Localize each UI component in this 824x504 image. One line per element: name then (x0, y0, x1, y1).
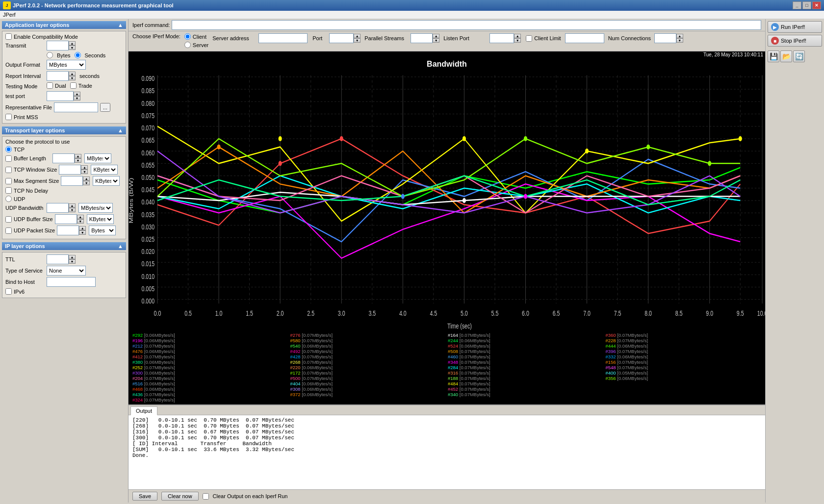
testport-up[interactable]: ▲ (74, 92, 80, 96)
server-mode-radio[interactable] (184, 42, 191, 48)
udp-buffer-input[interactable]: 41 (55, 214, 77, 224)
port-down[interactable]: ▼ (354, 38, 360, 43)
max-seg-checkbox[interactable] (5, 178, 12, 184)
save-button[interactable]: Save (132, 492, 157, 501)
udp-buffer-checkbox[interactable] (5, 216, 12, 223)
minimize-btn[interactable]: _ (793, 1, 801, 9)
ttl-down[interactable]: ▼ (69, 259, 76, 264)
udpbuf-down[interactable]: ▼ (77, 219, 84, 224)
buflen-down[interactable]: ▼ (75, 158, 81, 163)
menu-jperf[interactable]: JPerf (3, 12, 16, 18)
testport-down[interactable]: ▼ (74, 96, 80, 101)
udp-packet-checkbox[interactable] (5, 227, 12, 234)
ttl-up[interactable]: ▲ (69, 255, 76, 259)
svg-text:6.0: 6.0 (522, 309, 529, 317)
svg-point-86 (340, 136, 343, 141)
buffer-len-unit[interactable]: MBytes (84, 153, 111, 163)
trade-checkbox[interactable] (70, 82, 77, 89)
rep-file-browse[interactable]: ... (100, 103, 110, 112)
output-area: Output [220] 0.0-10.1 sec 0.70 MBytes 0.… (129, 404, 765, 503)
numconn-down[interactable]: ▼ (676, 38, 683, 43)
run-iperf-button[interactable]: ▶ Run IPerf! (768, 21, 822, 33)
parallel-streams-input[interactable]: 50 (411, 33, 433, 43)
maxseg-up[interactable]: ▲ (83, 176, 90, 181)
client-limit-checkbox[interactable] (526, 35, 532, 42)
ipv6-checkbox[interactable] (5, 288, 12, 295)
max-seg-input[interactable]: 1 (61, 176, 83, 186)
udp-radio[interactable] (5, 196, 12, 202)
client-limit-input[interactable] (565, 33, 604, 43)
enable-compat-checkbox[interactable] (5, 33, 12, 40)
num-conn-input[interactable]: 0 (654, 33, 676, 43)
clear-on-run-checkbox[interactable] (203, 493, 209, 500)
seconds-radio[interactable] (75, 52, 81, 58)
tcpwin-up[interactable]: ▲ (81, 165, 88, 170)
print-mss-checkbox[interactable] (5, 114, 12, 120)
udp-bandwidth-input[interactable]: 1 (47, 203, 69, 213)
report-interval-input[interactable]: 1 (47, 71, 69, 81)
udp-packet-input[interactable]: 1,500 (57, 226, 79, 235)
bind-host-input[interactable] (47, 277, 96, 287)
udppkt-up[interactable]: ▲ (79, 226, 86, 230)
udpbuf-up[interactable]: ▲ (77, 215, 84, 219)
transmit-up[interactable]: ▲ (69, 41, 76, 46)
clear-now-button[interactable]: Clear now (161, 492, 199, 501)
legend-item: #436 [0.07MBytes/s] (132, 392, 288, 397)
tos-select[interactable]: None (47, 266, 86, 276)
tos-label: Type of Service (5, 268, 45, 274)
test-port-input[interactable]: 5,001 (47, 91, 74, 101)
report-down[interactable]: ▼ (69, 76, 76, 80)
maximize-btn[interactable]: □ (802, 1, 811, 9)
max-seg-unit[interactable]: KBytes (93, 176, 120, 186)
transport-layer-header[interactable]: Transport layer options ▲ (2, 126, 126, 134)
output-format-select[interactable]: MBytes (47, 60, 86, 70)
maxseg-down[interactable]: ▼ (83, 181, 90, 185)
svg-point-93 (646, 145, 650, 150)
save-icon-btn[interactable]: 💾 (768, 50, 779, 62)
tcp-nodelay-checkbox[interactable] (5, 187, 12, 194)
port-up[interactable]: ▲ (354, 34, 360, 38)
port-input[interactable]: 5,001 (329, 33, 354, 43)
udp-buffer-unit[interactable]: KBytes (87, 214, 114, 224)
buffer-len-checkbox[interactable] (5, 155, 12, 162)
tcp-window-checkbox[interactable] (5, 167, 12, 173)
transmit-down[interactable]: ▼ (69, 46, 76, 50)
transmit-input[interactable]: 10 (47, 41, 69, 50)
numconn-up[interactable]: ▲ (676, 34, 683, 38)
close-btn[interactable]: ✕ (812, 1, 821, 9)
udpbw-down[interactable]: ▼ (69, 208, 76, 212)
udppkt-down[interactable]: ▼ (79, 230, 86, 235)
tcpwin-down[interactable]: ▼ (81, 170, 88, 174)
listenport-up[interactable]: ▲ (514, 34, 521, 38)
iperf-cmd-input[interactable]: bin/iperf.exe -c 10.10.2.2 -P 50 -i 1 -p… (172, 20, 761, 30)
tcp-radio[interactable] (5, 146, 12, 152)
ip-layer-header[interactable]: IP layer options ▲ (2, 242, 126, 250)
ttl-input[interactable]: 1 (47, 254, 69, 264)
server-addr-input[interactable]: 10.10.2.2 (258, 33, 308, 43)
tcp-window-unit[interactable]: KBytes (91, 165, 118, 175)
buffer-len-input[interactable]: 2 (52, 153, 75, 163)
listenport-down[interactable]: ▼ (514, 38, 521, 43)
app-layer-header[interactable]: Application layer options ▲ (2, 21, 126, 29)
refresh-icon-btn[interactable]: 🔄 (793, 50, 805, 62)
legend-item: #524 [0.06MBytes/s] (448, 343, 604, 349)
open-icon-btn[interactable]: 📂 (780, 50, 792, 62)
buflen-up[interactable]: ▲ (75, 154, 81, 158)
legend-item: #548 [0.07MBytes/s] (606, 365, 762, 370)
dual-checkbox[interactable] (47, 82, 53, 89)
parallel-down[interactable]: ▼ (433, 38, 439, 43)
report-up[interactable]: ▲ (69, 72, 76, 76)
udp-packet-unit[interactable]: Bytes (89, 226, 116, 235)
tcp-window-input[interactable]: 56 (59, 165, 81, 175)
listen-port-input[interactable]: 5,001 (489, 33, 514, 43)
output-tab[interactable]: Output (130, 406, 157, 415)
udpbw-up[interactable]: ▲ (69, 203, 76, 208)
stop-iperf-button[interactable]: ■ Stop IPerf! (768, 35, 822, 47)
rep-file-input[interactable] (54, 102, 98, 112)
legend-item: #300 [0.06MBytes/s] (132, 370, 288, 376)
parallel-up[interactable]: ▲ (433, 34, 439, 38)
udp-bandwidth-unit[interactable]: MBytes/sec (78, 203, 113, 213)
client-mode-radio[interactable] (184, 33, 191, 40)
bytes-radio[interactable] (47, 52, 53, 58)
bytes-label: Bytes (57, 52, 71, 58)
